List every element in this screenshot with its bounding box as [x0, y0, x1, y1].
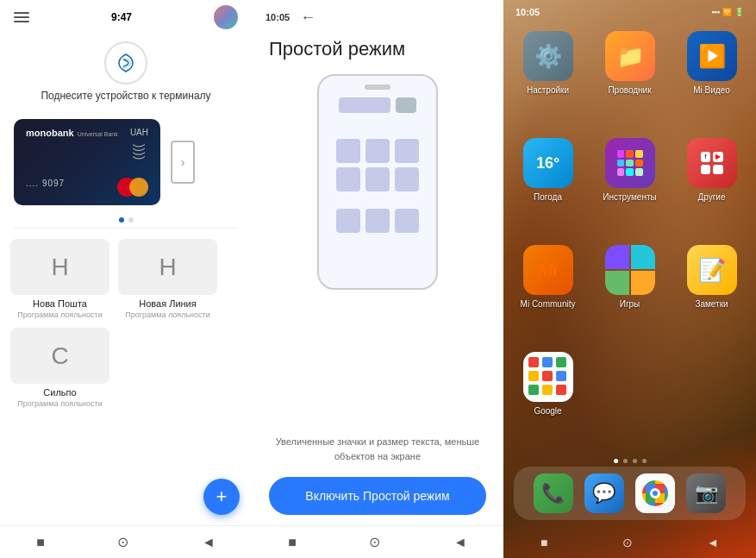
- app-nova-linia[interactable]: Н Новая Линия Программа лояльности: [118, 239, 217, 319]
- panel1-header: 9:47: [0, 0, 252, 34]
- app-label-notes: Заметки: [695, 299, 728, 310]
- fab-icon: +: [216, 486, 228, 508]
- nfc-label: Поднесите устройство к терминалу: [41, 90, 210, 102]
- home-app-video[interactable]: ▶️ Mi Видео: [676, 31, 747, 128]
- app-sub: Программа лояльности: [125, 310, 209, 319]
- mi-logo: Mi: [538, 260, 557, 280]
- mockup-notch: [365, 85, 390, 90]
- games-cell: [631, 271, 655, 295]
- app-sub: Программа лояльности: [17, 399, 102, 408]
- app-label-tools: Инструменты: [603, 192, 656, 203]
- files-icon: 📁: [605, 31, 655, 81]
- mockup-block: [395, 209, 419, 233]
- nav-square-icon[interactable]: ■: [288, 535, 297, 550]
- card-bank-sub: Universal Bank: [78, 131, 118, 137]
- home-app-games[interactable]: Игры: [594, 245, 665, 342]
- mockup-block: [336, 209, 360, 233]
- bank-card[interactable]: monobank Universal Bank UAH )))) .... 90…: [14, 119, 160, 205]
- card-bank-name: monobank: [26, 128, 74, 138]
- home-app-tools[interactable]: Инструменты: [594, 138, 665, 235]
- weather-icon: 16°: [523, 138, 573, 188]
- chrome-inner: [650, 488, 660, 498]
- panel3-header: 10:05 ▪▪▪ 🛜 🔋: [503, 0, 756, 24]
- mastercard-logo: [117, 178, 148, 197]
- signal-icon: ▪▪▪: [711, 8, 720, 16]
- nav-home-icon[interactable]: ⊙: [117, 534, 128, 550]
- mockup-block: [396, 97, 416, 113]
- games-icon: [605, 245, 655, 295]
- page-dots: [503, 455, 756, 467]
- mockup-row-1: [326, 97, 429, 113]
- mockup-block: [339, 97, 390, 113]
- games-cell: [631, 245, 655, 269]
- home-app-google[interactable]: Google: [512, 352, 584, 448]
- settings-icon: ⚙️: [523, 31, 573, 81]
- mockup-block: [336, 139, 360, 163]
- enable-simple-mode-button[interactable]: Включить Простой режим: [269, 477, 486, 515]
- app-name: Новая Линия: [139, 298, 196, 309]
- google-grid: [523, 352, 573, 402]
- nav-square-icon[interactable]: ■: [36, 535, 45, 550]
- dot-3: [633, 459, 637, 463]
- avatar[interactable]: [214, 5, 238, 29]
- nav-home-icon[interactable]: ⊙: [622, 536, 633, 549]
- nav-back-icon[interactable]: ◄: [453, 535, 467, 550]
- enable-button-label: Включить Простой режим: [305, 489, 449, 503]
- panel-simple-mode: 10:05 ← Простой режим: [252, 0, 503, 558]
- nav-back-icon[interactable]: ◄: [202, 535, 216, 550]
- home-app-settings[interactable]: ⚙️ Настройки: [512, 31, 584, 128]
- app-label-settings: Настройки: [527, 85, 569, 96]
- mockup-block: [395, 167, 419, 191]
- nav-square-icon[interactable]: ■: [540, 536, 547, 549]
- mockup-block: [366, 167, 390, 191]
- home-app-notes[interactable]: 📝 Заметки: [676, 245, 747, 342]
- card-number: .... 9097: [26, 179, 65, 188]
- dot-2: [623, 459, 628, 463]
- nav-back-icon[interactable]: ◄: [707, 536, 719, 549]
- home-app-weather[interactable]: 16° Погода: [512, 138, 584, 235]
- dot-4: [642, 459, 647, 463]
- app-silpo[interactable]: С Сильпо Программа лояльности: [10, 328, 109, 408]
- mockup-row-3: [326, 167, 429, 191]
- nfc-section: Поднесите устройство к терминалу: [0, 34, 252, 112]
- dot-active: [119, 217, 124, 223]
- dock-camera[interactable]: 📷: [686, 473, 726, 513]
- app-icon: Н: [118, 239, 217, 295]
- games-grid: [605, 245, 655, 295]
- home-apps-grid: ⚙️ Настройки 📁 Проводник ▶️ Mi Видео 16°…: [503, 24, 756, 455]
- dock-chrome[interactable]: [635, 473, 675, 513]
- home-app-other[interactable]: f ▶ Другие: [676, 138, 747, 235]
- app-name: Сильпо: [43, 387, 76, 398]
- status-time: 9:47: [111, 11, 132, 23]
- app-label-video: Mi Видео: [693, 85, 730, 96]
- dot-indicator: [0, 212, 252, 228]
- home-dock: 📞 💬 📷: [514, 467, 746, 520]
- app-nova-poshta[interactable]: Н Нова Пошта Программа лояльности: [10, 239, 109, 319]
- card-arrow: ›: [171, 141, 195, 184]
- app-name: Нова Пошта: [33, 298, 87, 309]
- dock-phone[interactable]: 📞: [534, 473, 573, 513]
- back-button[interactable]: ←: [300, 9, 316, 27]
- mockup-row-4: [326, 209, 429, 233]
- nav-home-icon[interactable]: ⊙: [369, 534, 380, 550]
- mockup-block: [366, 209, 390, 233]
- nfc-icon: [104, 41, 147, 85]
- menu-button[interactable]: [14, 12, 29, 22]
- card-area: monobank Universal Bank UAH )))) .... 90…: [0, 112, 252, 212]
- app-label-google: Google: [534, 406, 561, 417]
- battery-icon: 🔋: [734, 8, 744, 16]
- app-label-community: Mi Community: [521, 299, 576, 310]
- home-app-files[interactable]: 📁 Проводник: [594, 31, 665, 128]
- app-label-weather: Погода: [534, 192, 562, 203]
- dock-messages[interactable]: 💬: [584, 473, 624, 513]
- mockup-block: [366, 139, 390, 163]
- home-app-community[interactable]: Mi Mi Community: [512, 245, 584, 342]
- phone-mockup: [317, 74, 438, 290]
- app-label-other: Другие: [697, 192, 725, 203]
- google-icon: [523, 352, 573, 402]
- notes-icon: 📝: [687, 245, 737, 295]
- games-cell: [605, 271, 629, 295]
- panel2-nav: ■ ⊙ ◄: [252, 525, 503, 558]
- fab-add-button[interactable]: +: [203, 479, 240, 515]
- video-icon: ▶️: [687, 31, 737, 81]
